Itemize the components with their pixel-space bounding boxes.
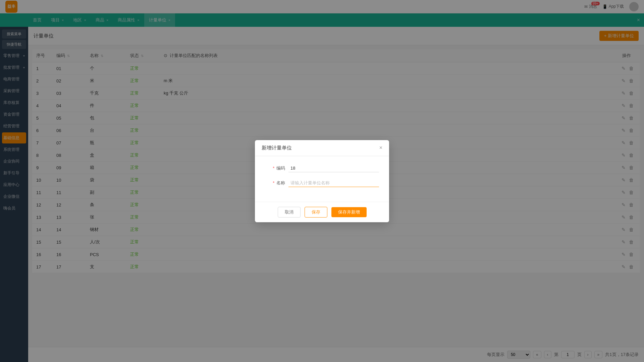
code-field-row: * 编码	[265, 164, 379, 172]
code-label: * 编码	[265, 165, 285, 171]
name-label: * 名称	[265, 180, 285, 186]
save-and-new-button[interactable]: 保存并新增	[331, 207, 367, 217]
required-mark: *	[273, 166, 274, 171]
modal-footer: 取消 保存 保存并新增	[255, 202, 389, 222]
name-field-row: * 名称	[265, 179, 379, 187]
save-button[interactable]: 保存	[305, 207, 327, 218]
modal-header: 新增计量单位 ×	[255, 140, 389, 156]
modal-body: * 编码 * 名称	[255, 156, 389, 202]
add-unit-modal: 新增计量单位 × * 编码 * 名称 取消 保存 保存并新增	[255, 140, 389, 222]
name-input[interactable]	[288, 179, 379, 187]
modal-title: 新增计量单位	[262, 145, 292, 151]
cancel-button[interactable]: 取消	[278, 207, 301, 218]
required-mark: *	[273, 180, 274, 185]
modal-close-btn[interactable]: ×	[379, 145, 382, 150]
modal-overlay: 新增计量单位 × * 编码 * 名称 取消 保存 保存并新增	[0, 0, 644, 362]
code-input[interactable]	[288, 164, 379, 172]
